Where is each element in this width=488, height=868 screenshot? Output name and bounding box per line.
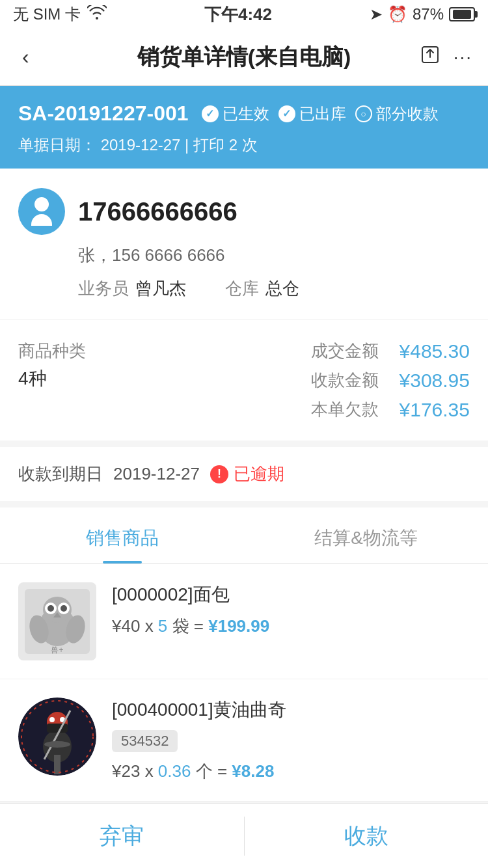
clock-icon: ○ bbox=[355, 105, 372, 122]
carrier-text: 无 SIM 卡 bbox=[13, 4, 81, 25]
svg-rect-15 bbox=[47, 724, 68, 733]
warehouse-info: 仓库 总仓 bbox=[225, 277, 299, 300]
tabs-section: 销售商品 结算&物流等 bbox=[0, 508, 488, 564]
badge-partial: ○ 部分收款 bbox=[355, 103, 439, 124]
confirm-button[interactable]: 收款 bbox=[245, 808, 489, 864]
nav-bar: ‹ 销货单详情(来自电脑) ··· bbox=[0, 29, 488, 86]
bottom-bar: 弃审 收款 bbox=[0, 803, 488, 868]
amount-row: 成交金额 ¥485.30 bbox=[311, 340, 470, 362]
list-item: [000400001]黄油曲奇 534532 ¥23 x 0.36 个 = ¥8… bbox=[0, 679, 488, 802]
product-image-2 bbox=[18, 698, 96, 776]
order-date: 单据日期： 2019-12-27 | 打印 2 次 bbox=[18, 135, 470, 156]
warehouse-name: 总仓 bbox=[265, 277, 299, 300]
battery-text: 87% bbox=[413, 5, 444, 23]
received-value: ¥308.95 bbox=[392, 370, 470, 392]
status-right: ➤ ⏰ 87% bbox=[370, 5, 475, 23]
svg-rect-19 bbox=[54, 755, 61, 774]
check-icon-2: ✓ bbox=[278, 105, 295, 122]
received-label: 收款金额 bbox=[311, 369, 379, 392]
badge-effective: ✓ 已生效 bbox=[202, 103, 269, 124]
svg-point-6 bbox=[47, 605, 54, 612]
battery-icon bbox=[449, 7, 475, 21]
badge-shipped: ✓ 已出库 bbox=[278, 103, 346, 124]
tab-settlement[interactable]: 结算&物流等 bbox=[244, 508, 488, 563]
tab-products[interactable]: 销售商品 bbox=[0, 508, 244, 563]
customer-contact: 张，156 6666 6666 bbox=[18, 244, 470, 267]
product-qty-1: 5 bbox=[158, 616, 167, 636]
svg-text:兽+: 兽+ bbox=[51, 645, 63, 654]
debt-label: 本单欠款 bbox=[311, 398, 379, 421]
debt-row: 本单欠款 ¥176.35 bbox=[311, 398, 470, 421]
back-button[interactable]: ‹ bbox=[16, 38, 36, 75]
warehouse-label: 仓库 bbox=[225, 277, 259, 300]
category-value: 4种 bbox=[18, 366, 86, 391]
order-badges: ✓ 已生效 ✓ 已出库 ○ 部分收款 bbox=[202, 103, 439, 124]
svg-point-16 bbox=[49, 717, 55, 722]
product-name-2: [000400001]黄油曲奇 bbox=[112, 698, 470, 722]
cancel-button[interactable]: 弃审 bbox=[0, 808, 244, 864]
product-name-1: [0000002]面包 bbox=[112, 582, 470, 607]
status-left: 无 SIM 卡 bbox=[13, 4, 107, 25]
product-price-1: ¥40 x 5 袋 = ¥199.99 bbox=[112, 615, 470, 638]
overdue-badge: ! 已逾期 bbox=[210, 463, 284, 485]
svg-point-20 bbox=[44, 741, 70, 748]
due-date-section: 收款到期日 2019-12-27 ! 已逾期 bbox=[0, 447, 488, 508]
overdue-icon: ! bbox=[210, 465, 228, 483]
amount-value: ¥485.30 bbox=[392, 340, 470, 362]
stats-right: 成交金额 ¥485.30 收款金额 ¥308.95 本单欠款 ¥176.35 bbox=[311, 340, 470, 421]
amount-label: 成交金额 bbox=[311, 340, 379, 362]
debt-value: ¥176.35 bbox=[392, 399, 470, 421]
product-qty-2: 0.36 bbox=[158, 761, 191, 781]
share-button[interactable] bbox=[420, 44, 441, 70]
product-list: 兽+ [0000002]面包 ¥40 x 5 袋 = ¥199.99 bbox=[0, 564, 488, 802]
product-image-1: 兽+ bbox=[18, 582, 96, 660]
customer-row: 17666666666 bbox=[18, 188, 470, 235]
page-title: 销货单详情(来自电脑) bbox=[137, 42, 351, 72]
more-button[interactable]: ··· bbox=[454, 47, 472, 68]
status-time: 下午4:42 bbox=[204, 3, 272, 26]
stats-left: 商品种类 4种 bbox=[18, 340, 86, 391]
tab-underline bbox=[103, 561, 142, 563]
customer-section: 17666666666 张，156 6666 6666 业务员 曾凡杰 仓库 总… bbox=[0, 169, 488, 320]
customer-meta: 业务员 曾凡杰 仓库 总仓 bbox=[18, 277, 470, 300]
sales-label: 业务员 bbox=[78, 277, 129, 300]
svg-point-7 bbox=[61, 605, 67, 612]
alarm-icon: ⏰ bbox=[388, 5, 407, 23]
product-info-2: [000400001]黄油曲奇 534532 ¥23 x 0.36 个 = ¥8… bbox=[112, 698, 470, 783]
customer-id: 17666666666 bbox=[78, 197, 237, 226]
product-sku-2: 534532 bbox=[112, 730, 178, 752]
order-banner-top: SA-20191227-001 ✓ 已生效 ✓ 已出库 ○ 部分收款 bbox=[18, 102, 470, 126]
order-id: SA-20191227-001 bbox=[18, 102, 189, 126]
list-item: 兽+ [0000002]面包 ¥40 x 5 袋 = ¥199.99 bbox=[0, 564, 488, 679]
sales-info: 业务员 曾凡杰 bbox=[78, 277, 186, 300]
status-bar: 无 SIM 卡 下午4:42 ➤ ⏰ 87% bbox=[0, 0, 488, 29]
product-total-2: ¥8.28 bbox=[232, 761, 274, 781]
location-icon: ➤ bbox=[370, 5, 383, 23]
product-info-1: [0000002]面包 ¥40 x 5 袋 = ¥199.99 bbox=[112, 582, 470, 638]
due-date-value: 2019-12-27 bbox=[113, 464, 200, 484]
wifi-icon bbox=[87, 5, 107, 23]
nav-actions: ··· bbox=[420, 44, 472, 70]
stats-section: 商品种类 4种 成交金额 ¥485.30 收款金额 ¥308.95 本单欠款 ¥… bbox=[0, 320, 488, 447]
received-row: 收款金额 ¥308.95 bbox=[311, 369, 470, 392]
category-label: 商品种类 bbox=[18, 340, 86, 362]
avatar bbox=[18, 188, 65, 235]
order-banner: SA-20191227-001 ✓ 已生效 ✓ 已出库 ○ 部分收款 单据日期：… bbox=[0, 86, 488, 169]
overdue-text: 已逾期 bbox=[234, 463, 284, 485]
sales-name: 曾凡杰 bbox=[135, 277, 186, 300]
product-total-1: ¥199.99 bbox=[208, 616, 269, 636]
product-price-2: ¥23 x 0.36 个 = ¥8.28 bbox=[112, 760, 470, 783]
check-icon: ✓ bbox=[202, 105, 219, 122]
due-date-label: 收款到期日 bbox=[18, 463, 103, 485]
